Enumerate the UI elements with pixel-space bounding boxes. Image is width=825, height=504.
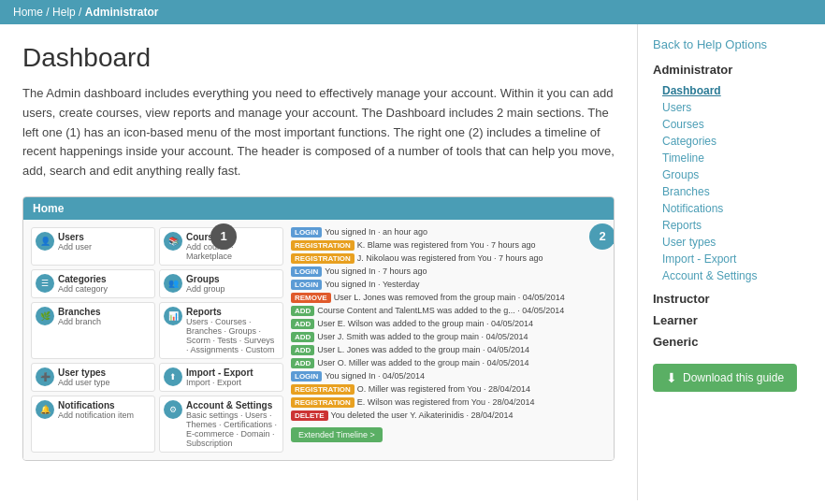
mockup-item-title: Users [58,232,92,242]
sidebar-nav-item-notifications[interactable]: Notifications [653,200,810,217]
timeline-text: User L. Jones was removed from the group… [334,293,606,302]
timeline-badge: ADD [291,358,314,368]
admin-section-title: Administrator [653,63,810,77]
section-label: Administrator [85,6,159,19]
timeline: LOGIN You signed In · an hour ago REGIST… [291,227,606,421]
sidebar-nav-item-account--settings[interactable]: Account & Settings [653,267,810,284]
mockup-item-icon: ➕ [36,367,54,386]
intro-text: The Admin dashboard includes everything … [22,84,615,181]
timeline-text: You signed In · 04/05/2014 [325,371,606,381]
timeline-text: You signed In · Yesterday [325,280,606,289]
download-icon: ⬇ [666,370,677,385]
sidebar-nav-item-reports[interactable]: Reports [653,217,810,234]
mockup-item-text: Categories Add category [58,274,108,294]
mockup-item-text: Notifications Add notification item [58,400,134,420]
mockup-item-icon: 👤 [36,232,54,251]
mockup-header: Home [23,197,614,220]
timeline-badge: REGISTRATION [291,397,355,408]
timeline-badge: LOGIN [291,371,322,382]
mockup-item-icon: 🌿 [36,307,54,325]
sidebar-nav-item-user-types[interactable]: User types [653,234,810,251]
sidebar-nav-item-users[interactable]: Users [653,99,810,116]
sidebar-nav-item-courses[interactable]: Courses [653,116,810,133]
timeline-text: User E. Wilson was added to the group ma… [317,319,606,328]
sidebar-nav-item-import---export[interactable]: Import - Export [653,251,810,267]
timeline-text: User L. Jones was added to the group mai… [317,345,606,354]
badge-2: 2 [589,223,615,250]
sidebar-nav-item-timeline[interactable]: Timeline [653,150,810,166]
mockup-item-text: User types Add user type [58,367,110,387]
main-content: Dashboard The Admin dashboard includes e… [0,24,638,500]
mockup-left-panel: 1 👤 Users Add user 📚 Courses Add course … [31,227,283,453]
generic-title: Generic [653,335,810,349]
timeline-text: You signed In · 7 hours ago [325,266,606,276]
mockup-item-sub: Basic settings · Users · Themes · Certif… [186,410,279,448]
extended-timeline-button[interactable]: Extended Timeline > [291,427,383,442]
timeline-badge: LOGIN [291,227,322,238]
sidebar-nav-item-branches[interactable]: Branches [653,183,810,200]
instructor-title: Instructor [653,292,810,306]
help-link[interactable]: Help [52,6,76,19]
sidebar-nav-item-categories[interactable]: Categories [653,133,810,150]
timeline-entry: ADD User J. Smith was added to the group… [291,332,606,342]
back-to-help-link[interactable]: Back to Help Options [653,37,810,51]
mockup-item-sub: Add user [58,242,92,252]
page-title: Dashboard [22,43,615,73]
timeline-badge: REMOVE [291,293,331,303]
mockup-item-text: Account & Settings Basic settings · User… [186,400,279,448]
timeline-entry: DELETE You deleted the user Y. Aikaterin… [291,410,606,421]
mockup-item-icon: ⬆ [164,367,182,386]
mockup-item-sub: Add category [58,284,108,294]
timeline-text: K. Blame was registered from You · 7 hou… [357,240,606,250]
mockup-item-icon: 👥 [164,274,182,293]
mockup-item-text: Reports Users · Courses · Branches · Gro… [186,307,279,354]
sidebar: Back to Help Options Administrator Dashb… [638,24,825,500]
timeline-entry: LOGIN You signed In · an hour ago [291,227,606,238]
mockup-item: 🌿 Branches Add branch [31,302,155,359]
mockup-item-text: Branches Add branch [58,307,101,326]
sidebar-nav: DashboardUsersCoursesCategoriesTimelineG… [653,82,810,284]
mockup-item-sub: Add group [186,284,225,294]
timeline-entry: ADD User L. Jones was added to the group… [291,345,606,355]
timeline-badge: REGISTRATION [291,384,355,395]
mockup-item: 👥 Groups Add group [159,269,283,298]
timeline-text: E. Wilson was registered from You · 28/0… [357,397,606,407]
mockup-item-title: Groups [186,274,225,284]
download-button[interactable]: ⬇ Download this guide [653,364,797,392]
timeline-badge: ADD [291,345,314,355]
mockup-right-panel: 2 LOGIN You signed In · an hour ago REGI… [291,227,606,453]
mockup-item-sub: Add user type [58,378,110,387]
timeline-badge: ADD [291,306,314,316]
timeline-entry: LOGIN You signed In · 04/05/2014 [291,371,606,382]
mockup-item-text: Import - Export Import · Export [186,367,253,387]
timeline-text: J. Nikolaou was registered from You · 7 … [357,253,606,263]
timeline-badge: DELETE [291,410,328,421]
badge-1: 1 [210,223,237,250]
timeline-entry: REGISTRATION E. Wilson was registered fr… [291,397,606,408]
mockup-item-icon: 📚 [164,232,182,251]
mockup-item: 📊 Reports Users · Courses · Branches · G… [159,302,283,359]
sep2: / [79,6,81,19]
timeline-entry: ADD User E. Wilson was added to the grou… [291,319,606,329]
timeline-badge: LOGIN [291,266,322,277]
mockup-item: ➕ User types Add user type [31,363,155,392]
sep1: / [46,6,49,19]
timeline-badge: ADD [291,332,314,342]
mockup-item-sub: Add notification item [58,410,134,420]
sidebar-nav-item-groups[interactable]: Groups [653,166,810,183]
mockup-item: ⬆ Import - Export Import · Export [159,363,283,392]
mockup-item: 🔔 Notifications Add notification item [31,396,155,453]
timeline-text: User J. Smith was added to the group mai… [317,332,606,341]
mockup-item-sub: Add branch [58,317,101,326]
mockup-item-title: Branches [58,307,101,317]
dashboard-mockup: Home 1 👤 Users Add user 📚 Courses Add co… [22,196,615,461]
mockup-item-title: Notifications [58,400,134,410]
sidebar-nav-item-dashboard[interactable]: Dashboard [653,82,810,99]
timeline-badge: LOGIN [291,280,322,290]
timeline-entry: ADD Course Content and TalentLMS was add… [291,306,606,316]
timeline-text: You deleted the user Y. Aikaterinidis · … [331,410,606,420]
timeline-text: You signed In · an hour ago [325,227,606,237]
mockup-grid: 👤 Users Add user 📚 Courses Add course · … [31,227,283,453]
top-bar: Home / Help / Administrator [0,0,825,24]
home-link[interactable]: Home [13,6,43,19]
